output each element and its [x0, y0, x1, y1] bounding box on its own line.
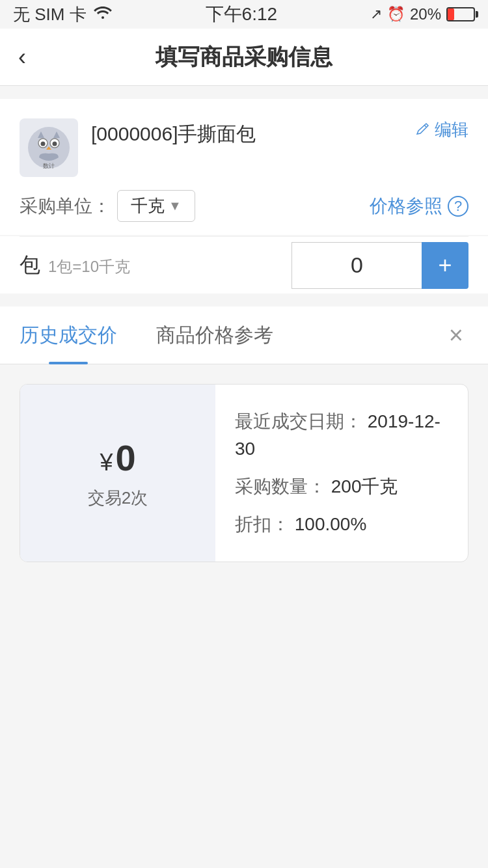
- tab-underline: [49, 362, 88, 364]
- card-price-summary: ¥ 0 交易2次: [20, 385, 215, 562]
- quantity-unit-main: 包: [20, 251, 40, 280]
- card-transactions: 交易2次: [88, 487, 148, 509]
- tabs-section: 历史成交价 商品价格参考 ×: [0, 306, 488, 364]
- card-price-details: 最近成交日期： 2019-12-30 采购数量： 200千克 折扣： 100.0…: [215, 385, 468, 562]
- status-left: 无 SIM 卡: [13, 3, 113, 26]
- unit-label: 采购单位：: [20, 194, 111, 219]
- purchase-qty-value: 200千克: [331, 476, 398, 496]
- card-section: ¥ 0 交易2次 最近成交日期： 2019-12-30 采购数量： 200千克 …: [0, 364, 488, 582]
- svg-point-4: [53, 142, 57, 146]
- recent-date-row: 最近成交日期： 2019-12-30: [235, 408, 448, 463]
- edit-icon: [415, 122, 432, 139]
- status-bar: 无 SIM 卡 下午6:12 ↗ ⏰ 20%: [0, 0, 488, 29]
- location-icon: ↗: [370, 6, 382, 23]
- battery-icon: [446, 7, 475, 21]
- battery-percent: 20%: [410, 5, 441, 23]
- product-name: [0000006]手撕面包: [91, 121, 256, 148]
- price-reference-button[interactable]: 价格参照 ?: [370, 194, 468, 219]
- close-button[interactable]: ×: [444, 316, 468, 355]
- price-card: ¥ 0 交易2次 最近成交日期： 2019-12-30 采购数量： 200千克 …: [20, 384, 468, 562]
- dropdown-arrow-icon: ▼: [169, 198, 182, 213]
- product-thumbnail: 数计: [20, 118, 78, 177]
- quantity-unit-sub: 1包=10千克: [48, 256, 130, 277]
- page-title: 填写商品采购信息: [156, 42, 332, 72]
- discount-row: 折扣： 100.00%: [235, 511, 448, 538]
- quantity-input[interactable]: 0: [291, 242, 422, 289]
- svg-text:数计: 数计: [43, 163, 55, 169]
- status-time: 下午6:12: [206, 2, 278, 27]
- svg-point-3: [41, 142, 46, 146]
- tab-history-price[interactable]: 历史成交价: [20, 306, 117, 364]
- status-right: ↗ ⏰ 20%: [370, 5, 475, 23]
- tab-product-price-ref[interactable]: 商品价格参考: [156, 306, 273, 364]
- product-section: 数计 [0000006]手撕面包 编辑 采购单位： 千克 ▼ 价格参照 ?: [0, 99, 488, 235]
- product-logo: 数计: [26, 125, 72, 170]
- discount-value: 100.00%: [295, 514, 367, 534]
- header: ‹ 填写商品采购信息: [0, 29, 488, 86]
- purchase-qty-label: 采购数量：: [235, 476, 326, 496]
- carrier-text: 无 SIM 卡: [13, 3, 87, 26]
- alarm-icon: ⏰: [387, 6, 405, 23]
- purchase-qty-row: 采购数量： 200千克: [235, 473, 448, 500]
- back-button[interactable]: ‹: [18, 44, 26, 71]
- wifi-icon: [93, 5, 113, 25]
- card-price-value: 0: [115, 437, 135, 479]
- quantity-section: 包 1包=10千克 0 +: [0, 236, 488, 293]
- quantity-plus-button[interactable]: +: [422, 242, 468, 289]
- recent-date-label: 最近成交日期：: [235, 411, 362, 431]
- currency-symbol: ¥: [100, 449, 113, 476]
- help-icon: ?: [448, 196, 468, 217]
- discount-label: 折扣：: [235, 514, 290, 534]
- edit-button[interactable]: 编辑: [415, 118, 468, 141]
- unit-select[interactable]: 千克 ▼: [117, 190, 195, 222]
- unit-value: 千克: [131, 195, 165, 217]
